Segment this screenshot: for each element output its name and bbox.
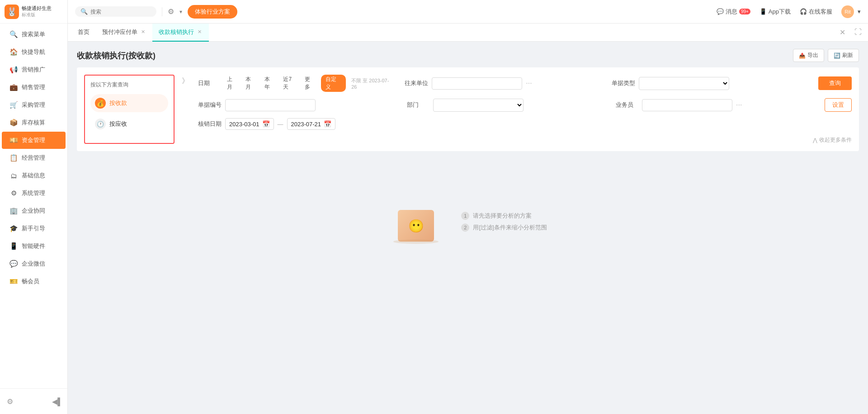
by-receivable-label: 按应收 (109, 120, 127, 128)
salesperson-input[interactable] (642, 99, 732, 111)
sidebar-item-system[interactable]: ⚙ 系统管理 (2, 185, 66, 202)
date-range-separator: — (278, 121, 283, 128)
page-actions: 📤 导出 🔄 刷新 (793, 49, 859, 62)
app-version: 标准版 (22, 12, 52, 18)
hint-text-2: 用[过滤]条件来缩小分析范围 (473, 224, 547, 232)
department-select[interactable] (433, 99, 524, 112)
collapse-sidebar-btn[interactable]: ◀▌ (49, 393, 66, 409)
sidebar-item-wechat[interactable]: 💬 企业微信 (2, 255, 66, 272)
date-tab-this-year[interactable]: 本年 (262, 75, 278, 92)
date-tab-custom[interactable]: 自定义 (321, 75, 346, 92)
counterparty-field: 往来单位 ··· (405, 77, 600, 90)
verify-date-range: 2023-03-01 📅 — 2023-07-21 📅 (225, 118, 335, 130)
sidebar-item-enterprise[interactable]: 🏢 企业协同 (2, 202, 66, 219)
sidebar-item-sales[interactable]: 💼 销售管理 (2, 79, 66, 96)
settings-bottom-btn[interactable]: ⚙ (2, 393, 18, 409)
doc-number-input[interactable] (225, 99, 316, 111)
department-label: 部门 (407, 101, 429, 109)
message-item[interactable]: 💬 消息 99+ (717, 8, 750, 16)
counterparty-more-btn[interactable]: ··· (526, 79, 532, 87)
user-avatar: Rit (841, 5, 854, 18)
refresh-button[interactable]: 🔄 刷新 (828, 49, 859, 62)
main-area: 🔍 ⚙ ▾ 体验行业方案 💬 消息 99+ 📱 App下载 🎧 在线客服 Rit (68, 0, 868, 414)
topbar-search-box[interactable]: 🔍 (75, 6, 156, 17)
tab-fullscreen-btn[interactable]: ⛶ (852, 27, 864, 38)
purchase-icon: 🛒 (9, 101, 18, 109)
filter-option-by-receivable[interactable]: 🕐 按应收 (90, 115, 168, 133)
settings-button[interactable]: 设置 (825, 98, 852, 112)
message-label: 消息 (726, 8, 737, 16)
message-icon: 💬 (717, 8, 724, 15)
guide-icon: 🎓 (9, 224, 18, 233)
topbar-divider (162, 7, 162, 16)
inventory-icon: 📦 (9, 119, 18, 127)
topbar-search-input[interactable] (90, 9, 145, 15)
finance-icon: 💴 (9, 136, 18, 144)
tab-home[interactable]: 首页 (71, 24, 96, 42)
filter-scheme-panel: 按以下方案查询 💰 按收款 🕐 按应收 (84, 75, 175, 144)
hardware-icon: 📱 (9, 242, 18, 250)
user-profile-item[interactable]: Rit ▾ (841, 5, 861, 18)
sidebar-item-purchase[interactable]: 🛒 采购管理 (2, 96, 66, 114)
filter-collapse-button[interactable]: 》 (182, 75, 191, 144)
sidebar-item-inventory[interactable]: 📦 库存核算 (2, 114, 66, 131)
sidebar-item-search[interactable]: 🔍 搜索菜单 (2, 26, 66, 43)
tab-receipt-verify-label: 收款核销执行 (159, 28, 194, 36)
industry-solution-button[interactable]: 体验行业方案 (188, 5, 237, 19)
topbar-dropdown-icon[interactable]: ▾ (179, 9, 182, 15)
sidebar-item-management[interactable]: 📋 经营管理 (2, 149, 66, 167)
sidebar-item-label: 经营管理 (22, 154, 45, 162)
message-badge: 99+ (739, 9, 750, 14)
basic-info-icon: 🗂 (9, 172, 18, 180)
doc-number-label: 单据编号 (198, 101, 222, 109)
filter-option-by-receipt[interactable]: 💰 按收款 (90, 94, 168, 112)
filter-row-1: 日期 上月 本月 本年 近7天 更多 自定义 不限 至 2023-07-26 (198, 75, 852, 92)
tab-receipt-verify-close[interactable]: ✕ (197, 28, 203, 36)
filter-panel: 按以下方案查询 💰 按收款 🕐 按应收 》 日期 (77, 67, 859, 151)
by-receipt-icon: 💰 (95, 98, 106, 109)
verify-date-end-input[interactable]: 2023-07-21 📅 (287, 118, 336, 130)
calendar-end-icon: 📅 (324, 120, 331, 128)
doc-type-label: 单据类型 (612, 79, 635, 87)
doc-number-field: 单据编号 (198, 99, 396, 111)
app-download-item[interactable]: 📱 App下载 (760, 8, 791, 16)
online-service-item[interactable]: 🎧 在线客服 (800, 8, 832, 16)
collapse-label: 收起更多条件 (819, 136, 852, 144)
query-btn-wrap: 查询 (818, 76, 852, 90)
tab-close-all-btn[interactable]: ✕ (837, 27, 848, 38)
salesperson-more-btn[interactable]: ··· (736, 101, 742, 109)
sidebar-item-label: 畅会员 (22, 277, 39, 286)
date-tabs: 上月 本月 本年 近7天 更多 自定义 (224, 75, 346, 92)
export-button[interactable]: 📤 导出 (793, 49, 824, 62)
collapse-more-button[interactable]: ⋀ 收起更多条件 (813, 136, 852, 144)
date-tab-more[interactable]: 更多 (302, 75, 318, 92)
settings-btn-wrap: 设置 (825, 98, 852, 112)
sidebar-item-hardware[interactable]: 📱 智能硬件 (2, 238, 66, 255)
doc-type-select[interactable] (639, 77, 729, 90)
date-tab-last-month[interactable]: 上月 (224, 75, 240, 92)
sidebar-item-marketing[interactable]: 📢 营销推广 (2, 61, 66, 78)
tab-receipt-verify[interactable]: 收款核销执行 ✕ (152, 24, 209, 42)
sidebar-item-guide[interactable]: 🎓 新手引导 (2, 220, 66, 237)
sidebar-item-finance[interactable]: 💴 资金管理 (2, 132, 66, 149)
empty-state-inner: 😶 1 请先选择要分析的方案 2 用[过滤]条件来缩小分析范围 (389, 196, 547, 251)
by-receivable-icon: 🕐 (95, 119, 106, 129)
topbar-right: 💬 消息 99+ 📱 App下载 🎧 在线客服 Rit ▾ (717, 5, 861, 18)
tab-prepay[interactable]: 预付冲应付单 ✕ (96, 24, 152, 42)
sidebar-item-label: 基础信息 (22, 171, 45, 180)
counterparty-input[interactable] (432, 77, 522, 90)
query-button[interactable]: 查询 (818, 76, 852, 90)
tabbar: 首页 预付冲应付单 ✕ 收款核销执行 ✕ ✕ ⛶ (68, 24, 868, 42)
app-download-label: App下载 (769, 8, 791, 16)
sales-icon: 💼 (9, 83, 18, 91)
tab-prepay-close[interactable]: ✕ (140, 28, 146, 36)
sidebar-item-basic-info[interactable]: 🗂 基础信息 (2, 167, 66, 184)
filter-fields: 日期 上月 本月 本年 近7天 更多 自定义 不限 至 2023-07-26 (198, 75, 852, 144)
verify-date-start-input[interactable]: 2023-03-01 📅 (225, 118, 274, 130)
date-tab-7days[interactable]: 近7天 (280, 75, 299, 92)
sidebar-item-label: 新手引导 (22, 224, 45, 233)
date-tab-this-month[interactable]: 本月 (243, 75, 259, 92)
sidebar-item-shortcuts[interactable]: 🏠 快捷导航 (2, 43, 66, 61)
topbar-settings-icon[interactable]: ⚙ (168, 7, 174, 16)
sidebar-item-vip[interactable]: 🎫 畅会员 (2, 273, 66, 290)
